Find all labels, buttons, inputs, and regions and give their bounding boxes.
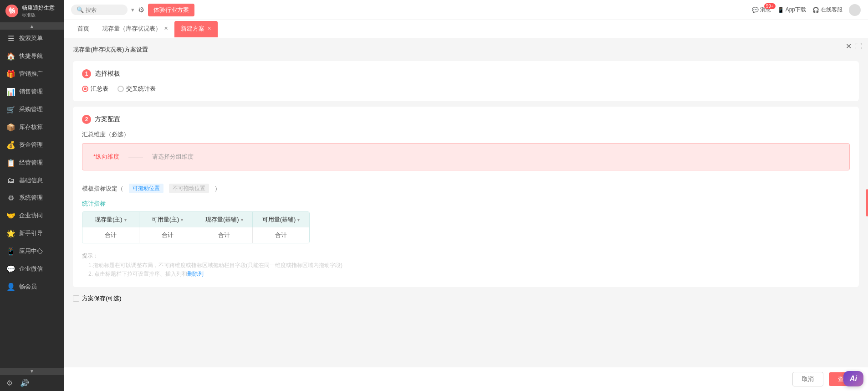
avatar[interactable] bbox=[849, 4, 861, 16]
app-download-label: App下载 bbox=[786, 6, 806, 14]
sidebar-item-basic[interactable]: 🗂 基础信息 bbox=[0, 172, 64, 189]
step2-section: 2 方案配置 汇总维度（必选） *纵向维度 —— 请选择分组维度 模板指标设定（… bbox=[73, 107, 859, 287]
sidebar-logo: 畅 畅康通好生意 标准版 bbox=[0, 0, 64, 23]
tab-bar: 首页 现存量（库存状况表） ✕ 新建方案 ✕ bbox=[64, 20, 868, 38]
search-box[interactable]: 🔍 bbox=[71, 5, 128, 15]
stats-col-2-label: 可用量(主) bbox=[152, 216, 179, 224]
tab-inventory-status[interactable]: 现存量（库存状况表） ✕ bbox=[96, 21, 174, 37]
messages-badge: 99+ bbox=[764, 3, 776, 9]
sidebar-item-member[interactable]: 👤 畅会员 bbox=[0, 278, 64, 296]
save-scheme: 方案保存(可选) bbox=[73, 294, 859, 303]
stats-title: 统计指标 bbox=[82, 200, 850, 208]
ai-float-button[interactable]: Ai bbox=[843, 371, 863, 386]
sidebar-item-search-menu[interactable]: ☰ 搜索菜单 bbox=[0, 30, 64, 47]
radio-cross-label: 交叉统计表 bbox=[126, 85, 156, 93]
customer-service-button[interactable]: 🎧 在线客服 bbox=[812, 6, 842, 14]
tab-new-scheme[interactable]: 新建方案 ✕ bbox=[174, 21, 218, 37]
system-icon: ⚙ bbox=[6, 194, 15, 202]
radio-summary[interactable]: 汇总表 bbox=[82, 85, 108, 93]
sidebar-item-label: 营销推广 bbox=[19, 70, 43, 78]
sidebar-item-wechat[interactable]: 💬 企业微信 bbox=[0, 260, 64, 278]
sidebar-item-label: 销售管理 bbox=[19, 87, 43, 96]
sidebar-item-inventory[interactable]: 📦 库存核算 bbox=[0, 118, 64, 136]
stats-col-1[interactable]: 现存量(主) ▾ bbox=[82, 212, 139, 227]
sidebar-item-purchase[interactable]: 🛒 采购管理 bbox=[0, 101, 64, 118]
stats-cell-1-3: 合计 bbox=[196, 227, 253, 243]
sidebar-item-app-center[interactable]: 📱 应用中心 bbox=[0, 242, 64, 260]
stats-col-3[interactable]: 现存量(基辅) ▾ bbox=[196, 212, 253, 227]
customer-service-icon: 🎧 bbox=[812, 7, 819, 13]
stats-col-3-chevron: ▾ bbox=[241, 217, 243, 222]
sidebar-item-marketing[interactable]: 🎁 营销推广 bbox=[0, 65, 64, 83]
panel-close-button[interactable]: ✕ bbox=[846, 42, 852, 51]
sidebar-footer: ⚙ 🔊 bbox=[0, 375, 64, 391]
top-bar: 🔍 ▾ ⚙ 体验行业方案 💬 消息 99+ 📱 App下载 🎧 在线客服 bbox=[64, 0, 868, 20]
tips-item-2: 2. 点击标题栏下拉可设置排序、插入列和删除列 bbox=[82, 270, 850, 278]
search-menu-icon: ☰ bbox=[6, 34, 15, 43]
step1-header: 1 选择模板 bbox=[82, 69, 850, 78]
topbar-gear-icon[interactable]: ⚙ bbox=[138, 5, 144, 14]
top-right: 💬 消息 99+ 📱 App下载 🎧 在线客服 bbox=[752, 4, 861, 16]
operations-icon: 📋 bbox=[6, 159, 15, 167]
save-scheme-label: 方案保存(可选) bbox=[82, 294, 122, 303]
radio-summary-dot bbox=[82, 86, 88, 92]
member-icon: 👤 bbox=[6, 283, 15, 291]
sidebar-item-sales[interactable]: 📊 销售管理 bbox=[0, 83, 64, 101]
sidebar-item-system[interactable]: ⚙ 系统管理 bbox=[0, 189, 64, 207]
trial-button[interactable]: 体验行业方案 bbox=[148, 4, 194, 16]
sidebar-item-label: 畅会员 bbox=[19, 283, 37, 291]
step1-section: 1 选择模板 汇总表 交叉统计表 bbox=[73, 61, 859, 101]
logo-icon: 畅 bbox=[5, 5, 18, 17]
messages-button[interactable]: 💬 消息 99+ bbox=[752, 6, 771, 14]
step1-title: 选择模板 bbox=[95, 70, 120, 78]
tab-home[interactable]: 首页 bbox=[71, 21, 96, 37]
tips-area: 提示： 1.拖动标题栏可以调整布局，不可跨维度或指标区域拖动栏目字段(只能在同一… bbox=[82, 252, 850, 278]
app-download-button[interactable]: 📱 App下载 bbox=[777, 6, 806, 14]
sidebar-item-label: 应用中心 bbox=[19, 247, 43, 255]
save-scheme-checkbox[interactable] bbox=[73, 295, 79, 302]
sidebar-item-enterprise[interactable]: 🤝 企业协同 bbox=[0, 207, 64, 225]
stats-col-4[interactable]: 可用量(基辅) ▾ bbox=[253, 212, 309, 227]
radio-cross[interactable]: 交叉统计表 bbox=[117, 85, 156, 93]
sidebar-item-label: 企业协同 bbox=[19, 211, 43, 220]
ai-float-label: Ai bbox=[850, 375, 857, 383]
cancel-button[interactable]: 取消 bbox=[792, 372, 823, 386]
sidebar-item-finance[interactable]: 💰 资金管理 bbox=[0, 136, 64, 154]
dimension-area[interactable]: *纵向维度 —— 请选择分组维度 bbox=[82, 143, 850, 170]
tips-item-1: 1.拖动标题栏可以调整布局，不可跨维度或指标区域拖动栏目字段(只能在同一维度或指… bbox=[82, 262, 850, 269]
stats-col-4-label: 可用量(基辅) bbox=[262, 216, 296, 224]
stats-table: 现存量(主) ▾ 可用量(主) ▾ 现存量(基辅) ▾ 可用量(基辅) bbox=[82, 211, 310, 243]
stats-cell-1-4: 合计 bbox=[253, 227, 309, 243]
sidebar-item-label: 基础信息 bbox=[19, 176, 43, 185]
search-icon: 🔍 bbox=[77, 6, 84, 13]
marketing-icon: 🎁 bbox=[6, 70, 15, 78]
purchase-icon: 🛒 bbox=[6, 105, 15, 114]
sidebar-item-operations[interactable]: 📋 经营管理 bbox=[0, 154, 64, 172]
sidebar-item-quick-nav[interactable]: 🏠 快捷导航 bbox=[0, 47, 64, 65]
panel-expand-button[interactable]: ⛶ bbox=[855, 42, 863, 51]
tab-new-scheme-close-icon[interactable]: ✕ bbox=[207, 26, 211, 31]
tab-inventory-close-icon[interactable]: ✕ bbox=[164, 26, 168, 31]
top-bar-left: 🔍 ▾ ⚙ 体验行业方案 bbox=[71, 4, 194, 16]
dropdown-icon[interactable]: ▾ bbox=[131, 6, 134, 13]
sidebar-item-guide[interactable]: 🌟 新手引导 bbox=[0, 225, 64, 242]
sidebar-item-label: 系统管理 bbox=[19, 194, 43, 202]
settings-footer-icon[interactable]: ⚙ bbox=[6, 379, 13, 387]
sidebar-item-label: 经营管理 bbox=[19, 159, 43, 167]
inventory-icon: 📦 bbox=[6, 123, 15, 132]
stats-col-3-label: 现存量(基辅) bbox=[205, 216, 239, 224]
search-input[interactable] bbox=[86, 7, 122, 13]
sidebar-scroll-up[interactable]: ▲ bbox=[0, 23, 64, 30]
stats-col-2[interactable]: 可用量(主) ▾ bbox=[139, 212, 196, 227]
app-download-icon: 📱 bbox=[777, 7, 784, 13]
main-content: 🔍 ▾ ⚙ 体验行业方案 💬 消息 99+ 📱 App下载 🎧 在线客服 bbox=[64, 0, 868, 391]
stats-cell-1-1: 合计 bbox=[82, 227, 139, 243]
tips-delete-link[interactable]: 删除列 bbox=[187, 271, 204, 277]
step1-badge: 1 bbox=[82, 69, 91, 78]
sidebar-scroll-down[interactable]: ▼ bbox=[0, 368, 64, 375]
sound-footer-icon[interactable]: 🔊 bbox=[20, 379, 29, 387]
sidebar: 畅 畅康通好生意 标准版 ▲ ☰ 搜索菜单 🏠 快捷导航 🎁 营销推广 📊 销售… bbox=[0, 0, 64, 391]
guide-icon: 🌟 bbox=[6, 229, 15, 238]
indicator-settings: 模板指标设定（ 可拖动位置 不可拖动位置 ） bbox=[82, 184, 850, 193]
page-content: ✕ ⛶ 现存量(库存状况表)方案设置 1 选择模板 汇总表 bbox=[64, 38, 868, 367]
